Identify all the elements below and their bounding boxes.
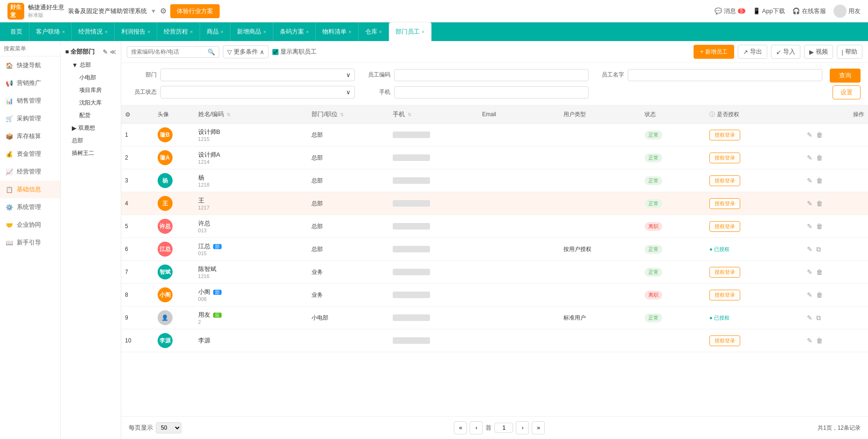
tab-add-goods[interactable]: 新增商品 × — [230, 22, 273, 41]
sys-name-dropdown[interactable]: ▼ — [151, 8, 156, 14]
next-page-btn[interactable]: › — [516, 421, 529, 434]
col-phone[interactable]: 手机 ⇅ — [389, 105, 478, 124]
dept-item-xiangmukufang[interactable]: 项目库房 — [72, 84, 121, 97]
tab-bom-close[interactable]: × — [348, 29, 351, 35]
emp-code-input[interactable] — [394, 69, 589, 81]
online-service-btn[interactable]: 🎧 在线客服 — [792, 7, 826, 15]
page-size-select[interactable]: 50 100 200 — [156, 422, 181, 433]
auth-btn[interactable]: 授权登录 — [709, 290, 740, 300]
tab-customer[interactable]: 客户联络 × — [29, 22, 72, 41]
import-btn[interactable]: ↙ 导入 — [771, 45, 800, 59]
edit-icon[interactable]: ✎ — [807, 337, 812, 344]
dept-item-xiaodianbu[interactable]: 小电部 — [72, 71, 121, 84]
search-icon[interactable]: 🔍 — [208, 49, 215, 56]
edit-icon[interactable]: ✎ — [807, 268, 812, 276]
edit-icon[interactable]: ✎ — [807, 131, 812, 139]
auth-btn[interactable]: 授权登录 — [709, 221, 740, 232]
export-btn[interactable]: ↗ 导出 — [738, 45, 767, 59]
show-resigned-checkbox[interactable] — [272, 49, 278, 55]
sidebar-item-collab[interactable]: 🤝 企业协同 — [0, 216, 60, 234]
tab-barcode-close[interactable]: × — [306, 29, 309, 35]
page-input[interactable] — [494, 423, 513, 433]
auth-btn[interactable]: 授权登录 — [709, 335, 740, 346]
sidebar-item-operation-mgmt[interactable]: 📈 经营管理 — [0, 163, 60, 181]
tab-history[interactable]: 经营历程 × — [157, 22, 200, 41]
column-settings-icon[interactable]: ⚙ — [125, 111, 131, 118]
tab-add-goods-close[interactable]: × — [263, 29, 266, 35]
delete-icon[interactable]: 🗑 — [816, 177, 823, 184]
delete-icon[interactable]: 🗑 — [816, 337, 823, 344]
emp-name-input[interactable] — [628, 69, 822, 81]
dept-item-shenyang[interactable]: 沈阳大库 — [72, 97, 121, 109]
delete-icon[interactable]: 🗑 — [816, 268, 823, 276]
trial-btn[interactable]: 体验行业方案 — [170, 4, 220, 18]
tab-barcode[interactable]: 条码方案 × — [273, 22, 316, 41]
tab-goods[interactable]: 商品 × — [200, 22, 230, 41]
sidebar-item-finance[interactable]: 💰 资金管理 — [0, 145, 60, 163]
sidebar-item-sales[interactable]: 📊 销售管理 — [0, 92, 60, 110]
auth-btn[interactable]: 授权登录 — [709, 267, 740, 278]
sidebar-item-basic-info[interactable]: 📋 基础信息 — [0, 181, 60, 198]
delete-icon[interactable]: 🗑 — [816, 223, 823, 230]
auth-btn[interactable]: 授权登录 — [709, 130, 740, 140]
dept-group-shuanglu[interactable]: ▶ 双鹿想 — [64, 122, 121, 134]
search-input[interactable] — [131, 49, 206, 55]
edit-icon[interactable]: ✎ — [807, 314, 812, 322]
tab-history-close[interactable]: × — [190, 29, 193, 35]
dept-item-zongbu[interactable]: 总部 — [64, 134, 121, 147]
edit-icon[interactable]: ✎ — [807, 245, 812, 253]
tab-profit[interactable]: 利润报告 × — [115, 22, 157, 41]
sidebar-item-inventory[interactable]: 📦 库存核算 — [0, 127, 60, 145]
help-btn[interactable]: | 帮助 — [837, 45, 862, 59]
tab-warehouse[interactable]: 仓库 × — [359, 22, 389, 41]
view-btn[interactable]: ▶ 视频 — [804, 45, 833, 59]
dept-item-peihuo[interactable]: 配货 — [72, 109, 121, 122]
dept-edit-icon[interactable]: ✎ — [103, 49, 108, 56]
tab-customer-close[interactable]: × — [62, 29, 65, 35]
tab-operation-close[interactable]: × — [104, 29, 107, 35]
tab-warehouse-close[interactable]: × — [379, 29, 382, 35]
add-employee-btn[interactable]: + 新增员工 — [694, 45, 734, 59]
app-download-btn[interactable]: 📱 App下载 — [753, 7, 785, 15]
tab-bom[interactable]: 物料清单 × — [316, 22, 358, 41]
settings-filter-btn[interactable]: 设置 — [833, 85, 861, 99]
edit-icon[interactable]: ✎ — [807, 223, 812, 230]
user-area[interactable]: 用友 — [833, 5, 861, 18]
phone-input[interactable] — [394, 86, 589, 98]
auth-btn[interactable]: 授权登录 — [709, 153, 740, 163]
delete-icon[interactable]: 🗑 — [816, 200, 823, 207]
edit-icon[interactable]: ✎ — [807, 177, 812, 184]
dept-filter-select[interactable]: ∨ — [160, 69, 355, 81]
prev-page-btn[interactable]: ‹ — [470, 421, 483, 434]
tab-profit-close[interactable]: × — [147, 29, 150, 35]
edit-icon[interactable]: ✎ — [807, 291, 812, 299]
sidebar-item-quick-nav[interactable]: 🏠 快捷导航 — [0, 56, 60, 74]
sidebar-item-guide[interactable]: 📖 新手引导 — [0, 234, 60, 251]
dept-collapse-icon[interactable]: ≪ — [110, 49, 116, 56]
emp-status-select[interactable]: ∨ — [160, 86, 355, 98]
message-btn[interactable]: 💬 消息 5 — [715, 7, 745, 15]
settings-icon[interactable]: ⚙ — [160, 7, 167, 15]
sidebar-item-marketing[interactable]: 📢 营销推广 — [0, 74, 60, 92]
sidebar-item-purchase[interactable]: 🛒 采购管理 — [0, 110, 60, 127]
tab-goods-close[interactable]: × — [221, 29, 223, 35]
edit-icon[interactable]: ✎ — [807, 200, 812, 207]
edit-icon[interactable]: ✎ — [807, 154, 812, 161]
tab-dept-employee-close[interactable]: × — [422, 29, 424, 35]
more-conditions-btn[interactable]: ▽ 更多条件 ∧ — [223, 45, 269, 58]
tab-dept-employee[interactable]: 部门员工 × — [389, 22, 431, 41]
col-name[interactable]: 姓名/编码 ⇅ — [194, 105, 308, 124]
delete-icon[interactable]: 🗑 — [816, 131, 823, 139]
copy-icon[interactable]: ⧉ — [816, 314, 821, 322]
first-page-btn[interactable]: « — [454, 421, 467, 434]
tab-home[interactable]: 首页 — [4, 22, 29, 41]
sidebar-item-system[interactable]: ⚙️ 系统管理 — [0, 198, 60, 216]
last-page-btn[interactable]: » — [532, 421, 545, 434]
copy-icon[interactable]: ⧉ — [816, 245, 821, 253]
dept-item-chashuwanger[interactable]: 插树王二 — [64, 147, 121, 160]
query-btn[interactable]: 查询 — [830, 69, 861, 83]
col-dept[interactable]: 部门/职位 ⇅ — [308, 105, 389, 124]
auth-btn[interactable]: 授权登录 — [709, 198, 740, 209]
auth-btn[interactable]: 授权登录 — [709, 175, 740, 186]
dept-group-zongbu[interactable]: ▼ 总部 — [64, 59, 121, 71]
